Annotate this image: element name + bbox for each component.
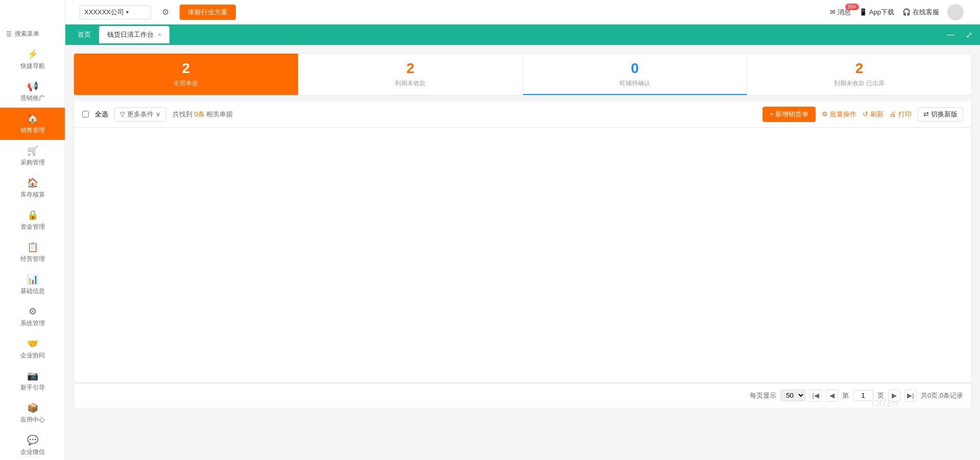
filter-icon: ▽ <box>120 110 125 118</box>
inventory-icon: 🏠 <box>27 177 38 188</box>
last-page-button[interactable]: ▶| <box>904 390 917 402</box>
sidebar-item-sales[interactable]: 🏠 销售管理 <box>0 108 65 140</box>
settings-button[interactable]: ⚙ <box>157 4 174 20</box>
avatar[interactable] <box>947 4 964 20</box>
switch-icon: ⇄ <box>923 110 929 118</box>
main-content: 2 全部单据 2 到期未收款 0 旺辅待确认 2 到期未收款 已出库 全选 ▽ … <box>65 45 980 460</box>
content-area <box>74 128 972 383</box>
refresh-button[interactable]: ↺ 刷新 <box>863 110 884 119</box>
chevron-icon: ∨ <box>156 110 161 118</box>
add-order-button[interactable]: + 新增销货单 <box>763 107 816 122</box>
gear-icon: ⚙ <box>162 7 169 17</box>
trial-button[interactable]: 体验行业方案 <box>180 5 236 20</box>
sidebar-item-marketing[interactable]: 📢 营销推广 <box>0 76 65 108</box>
sidebar-item-wechat[interactable]: 💬 企业微信 <box>0 429 65 460</box>
app-download-button[interactable]: 📱 App下载 <box>859 8 894 17</box>
sidebar-item-app-center[interactable]: 📦 应用中心 <box>0 397 65 429</box>
sidebar-item-inventory[interactable]: 🏠 库存核算 <box>0 172 65 204</box>
system-icon: ⚙ <box>29 306 37 317</box>
stat-all-label: 全部单据 <box>84 79 288 88</box>
service-icon: 🎧 <box>902 8 911 16</box>
stat-wangwang-label: 旺辅待确认 <box>533 79 737 88</box>
marketing-icon: 📢 <box>27 81 38 92</box>
operations-icon: 📋 <box>27 241 38 253</box>
chevron-down-icon: ▾ <box>126 9 129 15</box>
page-label-end: 页 <box>877 391 884 400</box>
tab-minimize-button[interactable]: — <box>943 28 958 42</box>
filter-button[interactable]: ▽ 更多条件 ∨ <box>114 107 166 122</box>
message-button[interactable]: ✉ 消息 99+ <box>830 8 851 17</box>
page-input[interactable] <box>853 390 873 401</box>
search-icon: ☰ <box>6 31 12 38</box>
stat-overdue-number: 2 <box>309 60 512 77</box>
first-page-button[interactable]: |◀ <box>810 390 822 402</box>
quick-nav-icon: ⚡ <box>27 49 38 60</box>
message-badge: 99+ <box>845 4 859 10</box>
sidebar-item-basic-info[interactable]: 📊 基础信息 <box>0 269 65 301</box>
found-count: 0条 <box>194 110 205 118</box>
tab-close-icon[interactable]: × <box>158 31 161 38</box>
tab-bar-actions: — ⤢ <box>943 28 976 42</box>
sidebar-item-purchase[interactable]: 🛒 采购管理 <box>0 140 65 172</box>
message-icon: ✉ <box>830 8 836 16</box>
stat-wangwang[interactable]: 0 旺辅待确认 <box>523 54 748 95</box>
basic-info-icon: 📊 <box>27 274 38 285</box>
stat-wangwang-number: 0 <box>533 60 737 77</box>
stat-overdue-out[interactable]: 2 到期未收款 已出库 <box>747 54 971 95</box>
sidebar-item-operations[interactable]: 📋 经营管理 <box>0 236 65 269</box>
next-page-button[interactable]: ▶ <box>888 390 900 402</box>
sidebar-search[interactable]: ☰ 搜索菜单 <box>0 25 65 43</box>
guide-icon: 📷 <box>27 370 38 381</box>
select-all-checkbox[interactable] <box>82 111 89 117</box>
per-page-label: 每页显示 <box>750 391 776 400</box>
sidebar-item-enterprise[interactable]: 🤝 企业协同 <box>0 333 65 365</box>
stat-overdue-label: 到期未收款 <box>309 79 512 88</box>
sidebar: ☰ 搜索菜单 ⚡ 快捷导航 📢 营销推广 🏠 销售管理 🛒 采购管理 🏠 库存核… <box>0 0 65 460</box>
sidebar-item-system[interactable]: ⚙ 系统管理 <box>0 301 65 333</box>
batch-icon: ⚙ <box>822 110 828 118</box>
pagination: 每页显示 50 |◀ ◀ 第 页 ▶ ▶| 共0页,0条记录 <box>74 383 972 408</box>
stat-all-number: 2 <box>84 60 288 77</box>
stat-overdue[interactable]: 2 到期未收款 <box>299 54 523 95</box>
prev-page-button[interactable]: ◀ <box>826 390 838 402</box>
finance-icon: 🔒 <box>27 209 38 221</box>
wechat-icon: 💬 <box>27 434 38 446</box>
print-icon: 🖨 <box>890 110 896 118</box>
batch-button[interactable]: ⚙ 批量操作 <box>822 110 856 119</box>
header-right: ✉ 消息 99+ 📱 App下载 🎧 在线客服 <box>830 4 972 20</box>
sidebar-item-quick-nav[interactable]: ⚡ 快捷导航 <box>0 43 65 76</box>
select-all-label: 全选 <box>95 110 108 119</box>
stat-overdue-out-label: 到期未收款 已出库 <box>757 79 961 88</box>
purchase-icon: 🛒 <box>27 145 38 156</box>
tab-maximize-button[interactable]: ⤢ <box>962 28 976 42</box>
print-button[interactable]: 🖨 打印 <box>890 110 912 119</box>
page-label: 第 <box>842 391 849 400</box>
tab-active[interactable]: 钱货日清工作台 × <box>99 26 169 43</box>
enterprise-icon: 🤝 <box>27 338 38 349</box>
top-header: 6 畅捷通好生意 标准版 XXXXXX公司 ▾ ⚙ 体验行业方案 ✉ 消息 99… <box>0 0 980 25</box>
tab-home[interactable]: 首页 <box>69 26 99 43</box>
switch-version-button[interactable]: ⇄ 切换新版 <box>918 107 963 122</box>
stat-overdue-out-number: 2 <box>757 60 961 77</box>
company-selector[interactable]: XXXXXX公司 ▾ <box>80 5 151 19</box>
download-icon: 📱 <box>859 8 867 16</box>
online-service-button[interactable]: 🎧 在线客服 <box>902 8 939 17</box>
sidebar-item-finance[interactable]: 🔒 资金管理 <box>0 204 65 236</box>
app-center-icon: 📦 <box>27 402 38 414</box>
per-page-select[interactable]: 50 <box>780 390 805 401</box>
found-text: 共找到 0条 相关单据 <box>173 110 233 119</box>
toolbar-right: + 新增销货单 ⚙ 批量操作 ↺ 刷新 🖨 打印 ⇄ 切换新版 <box>763 107 963 122</box>
total-label: 共0页,0条记录 <box>921 391 963 400</box>
toolbar: 全选 ▽ 更多条件 ∨ 共找到 0条 相关单据 + 新增销货单 ⚙ 批量操作 ↺… <box>74 102 972 128</box>
sidebar-item-guide[interactable]: 📷 新手引导 <box>0 365 65 397</box>
tab-bar: 首页 钱货日清工作台 × — ⤢ <box>65 25 980 45</box>
sales-icon: 🏠 <box>27 113 38 124</box>
stat-all[interactable]: 2 全部单据 <box>74 54 299 95</box>
stats-cards: 2 全部单据 2 到期未收款 0 旺辅待确认 2 到期未收款 已出库 <box>74 53 972 95</box>
refresh-icon: ↺ <box>863 110 868 118</box>
